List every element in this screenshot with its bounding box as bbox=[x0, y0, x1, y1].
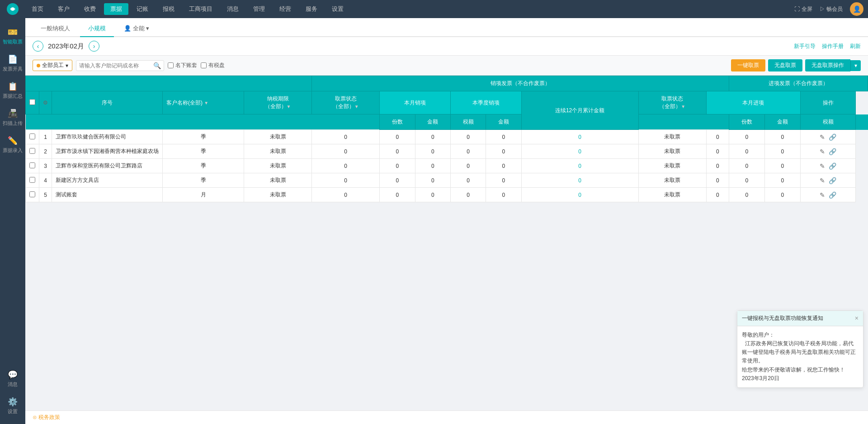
row-out-monthly-amount-cell: 0 bbox=[380, 173, 415, 188]
sidebar-bottom-label: 消息 bbox=[8, 381, 18, 388]
sidebar-item-发票开具[interactable]: 📄发票开具 bbox=[0, 50, 25, 77]
annual-link[interactable]: 0 bbox=[578, 148, 581, 155]
row-out-monthly-count-cell: 0 bbox=[312, 173, 380, 188]
checkbox-account-input[interactable] bbox=[168, 62, 174, 68]
checkbox-taxdisk-input[interactable] bbox=[201, 62, 207, 68]
tax-policy-link[interactable]: ⊙ 税务政策 bbox=[33, 414, 60, 420]
nav-item-工商项目[interactable]: 工商项目 bbox=[183, 3, 219, 15]
edit-icon[interactable]: ✎ bbox=[820, 162, 825, 170]
member-btn[interactable]: ▷ 畅会员 bbox=[820, 5, 843, 13]
edit-icon[interactable]: ✎ bbox=[820, 133, 825, 141]
nav-item-设置[interactable]: 设置 bbox=[326, 3, 350, 15]
notification-close-btn[interactable]: × bbox=[855, 314, 859, 322]
annual-link[interactable]: 0 bbox=[578, 192, 581, 198]
guide-link[interactable]: 新手引导 bbox=[794, 43, 816, 50]
nav-item-记账[interactable]: 记账 bbox=[130, 3, 155, 15]
tab-全能[interactable]: 👤 全能 ▾ bbox=[116, 21, 157, 37]
row-in-monthly-amount-cell: 0 bbox=[729, 144, 764, 159]
row-status-in-cell: 未取票 bbox=[638, 144, 706, 159]
row-action-cell: ✎ 🔗 bbox=[800, 173, 855, 188]
select-all-checkbox[interactable] bbox=[29, 99, 35, 105]
detail-icon[interactable]: 🔗 bbox=[829, 191, 836, 199]
edit-icon[interactable]: ✎ bbox=[820, 177, 825, 184]
row-checkbox-cell bbox=[26, 188, 39, 202]
search-button[interactable]: 🔍 bbox=[153, 62, 161, 69]
diskless-operation-btn-group: 无盘取票操作 ▾ bbox=[805, 59, 861, 71]
period-bar: ‹ 2023年02月 › 新手引导 操作手册 刷新 bbox=[25, 37, 868, 56]
nav-item-收费[interactable]: 收费 bbox=[78, 3, 102, 15]
th-spacer2 bbox=[638, 114, 706, 130]
row-action-cell: ✎ 🔗 bbox=[800, 130, 855, 144]
detail-icon[interactable]: 🔗 bbox=[829, 177, 836, 184]
nav-item-经营[interactable]: 经营 bbox=[273, 3, 297, 15]
th-annual-amount: 连续12个月累计金额 bbox=[521, 91, 638, 130]
diskless-ticket-btn[interactable]: 无盘取票 bbox=[768, 59, 802, 71]
settings-icon[interactable]: ⚙ bbox=[43, 100, 48, 106]
detail-icon[interactable]: 🔗 bbox=[829, 148, 836, 155]
fullscreen-btn[interactable]: ⛶ 全屏 bbox=[794, 5, 812, 13]
tab-小规模[interactable]: 小规模 bbox=[80, 21, 114, 37]
th-client-name[interactable]: 客户名称(全部) ▼ bbox=[163, 91, 244, 114]
refresh-link[interactable]: 刷新 bbox=[850, 43, 861, 50]
sidebar-item-扫描上传[interactable]: 📠扫描上传 bbox=[0, 104, 25, 131]
row-checkbox-cell bbox=[26, 159, 39, 173]
sidebar-item-票据录入[interactable]: ✏️票据录入 bbox=[0, 131, 25, 158]
sidebar-bottom-item-消息[interactable]: 💬消息 bbox=[5, 365, 20, 392]
diskless-operation-arrow[interactable]: ▾ bbox=[850, 60, 861, 71]
row-out-monthly-tax-cell: 0 bbox=[415, 159, 450, 173]
nav-item-管理[interactable]: 管理 bbox=[247, 3, 271, 15]
checkbox-account[interactable]: 名下账套 bbox=[168, 62, 197, 69]
row-index-cell: 3 bbox=[39, 159, 52, 173]
row-checkbox[interactable] bbox=[29, 191, 35, 197]
nav-item-首页[interactable]: 首页 bbox=[25, 3, 50, 15]
manual-link[interactable]: 操作手册 bbox=[822, 43, 844, 50]
sidebar-icon-智能取票: 🎫 bbox=[8, 27, 18, 37]
row-checkbox[interactable] bbox=[29, 162, 35, 168]
employee-select[interactable]: 全部员工 ▾ bbox=[33, 60, 72, 71]
th-monthly-sales: 本月销项 bbox=[380, 91, 451, 114]
annual-link[interactable]: 0 bbox=[578, 134, 581, 140]
row-out-monthly-amount-cell: 0 bbox=[380, 188, 415, 202]
nav-item-客户[interactable]: 客户 bbox=[52, 3, 76, 15]
nav-item-票据[interactable]: 票据 bbox=[104, 3, 128, 15]
sidebar-bottom-item-设置[interactable]: ⚙️设置 bbox=[5, 392, 20, 419]
sidebar-item-票据汇总[interactable]: 📋票据汇总 bbox=[0, 77, 25, 104]
nav-item-报税[interactable]: 报税 bbox=[156, 3, 181, 15]
period-prev-btn[interactable]: ‹ bbox=[33, 41, 43, 52]
annual-link[interactable]: 0 bbox=[578, 163, 581, 169]
toolbar-left: 全部员工 ▾ 🔍 名下账套 有税盘 bbox=[33, 60, 726, 71]
th-purchase-status[interactable]: 取票状态（全部）▼ bbox=[638, 91, 706, 114]
tab-一般纳税人[interactable]: 一般纳税人 bbox=[33, 21, 78, 37]
row-annual-cell: 0 bbox=[521, 130, 638, 144]
detail-icon[interactable]: 🔗 bbox=[829, 162, 836, 170]
detail-icon[interactable]: 🔗 bbox=[829, 133, 836, 141]
diskless-operation-main[interactable]: 无盘取票操作 bbox=[805, 59, 850, 71]
row-checkbox[interactable] bbox=[29, 177, 35, 183]
th-in-monthly-amount: 金额 bbox=[764, 114, 800, 130]
row-out-quarterly-tax-cell: 0 bbox=[486, 130, 521, 144]
user-avatar[interactable]: 👤 bbox=[850, 2, 863, 16]
row-annual-cell: 0 bbox=[521, 144, 638, 159]
edit-icon[interactable]: ✎ bbox=[820, 191, 825, 199]
th-sales-status[interactable]: 取票状态（全部）▼ bbox=[312, 91, 380, 114]
row-checkbox[interactable] bbox=[29, 148, 35, 154]
table-header-row3: 份数 金额 税额 金额 份数 金额 税额 bbox=[26, 114, 868, 130]
one-click-ticket-btn[interactable]: 一键取票 bbox=[731, 59, 765, 71]
edit-icon[interactable]: ✎ bbox=[820, 148, 825, 155]
row-period-cell: 季 bbox=[163, 173, 244, 188]
checkbox-taxdisk[interactable]: 有税盘 bbox=[201, 62, 225, 69]
table-row: 2 卫辉市汲水镇下园湘香阁营本种植家庭农场 季 未取票 0 0 0 0 0 0 … bbox=[26, 144, 868, 159]
nav-item-服务[interactable]: 服务 bbox=[299, 3, 324, 15]
sidebar-label: 票据汇总 bbox=[3, 93, 23, 100]
search-input[interactable] bbox=[79, 62, 151, 69]
annual-link[interactable]: 0 bbox=[578, 177, 581, 184]
notification-body: 尊敬的用户： 江苏政务网已恢复访问电子税务局功能，易代账一键登陆电子税务局与无盘… bbox=[737, 326, 863, 387]
nav-item-消息[interactable]: 消息 bbox=[221, 3, 245, 15]
row-period-cell: 季 bbox=[163, 130, 244, 144]
row-checkbox[interactable] bbox=[29, 133, 35, 139]
period-next-btn[interactable]: › bbox=[89, 41, 99, 52]
svg-point-1 bbox=[11, 8, 14, 10]
sidebar-item-智能取票[interactable]: 🎫智能取票 bbox=[0, 23, 25, 50]
row-period-cell: 季 bbox=[163, 144, 244, 159]
th-tax-period[interactable]: 纳税期限（全部）▼ bbox=[244, 91, 312, 114]
